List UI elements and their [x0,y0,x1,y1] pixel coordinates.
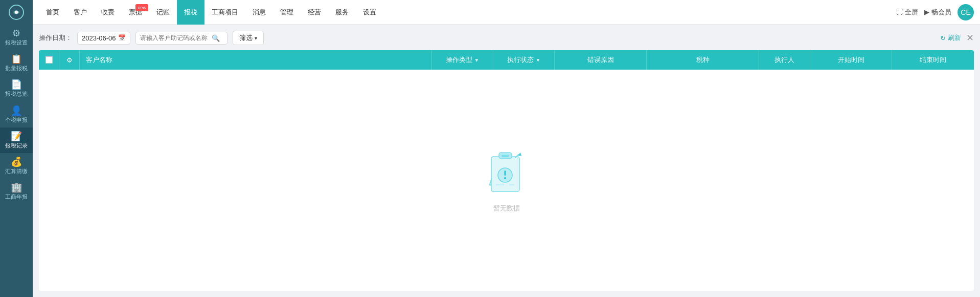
search-input[interactable] [140,34,212,41]
sort-icon-status: ▼ [536,57,541,63]
search-icon: 🔍 [212,34,220,42]
sidebar-item-gongshang-nianbao[interactable]: 🏢 工商年报 [0,179,33,204]
table-body: 暂无数据 [39,70,974,291]
header-checkbox[interactable] [45,56,53,63]
fullscreen-icon: ⛶ [896,8,903,16]
nav-label-fu-wu: 服务 [335,8,349,17]
sidebar-label-baoshui-jilu: 报税记录 [5,142,28,149]
th-checkbox[interactable] [39,50,59,70]
sidebar-icon-baoshui-zonglam: 📄 [11,80,22,89]
th-settings[interactable]: ⚙ [59,50,80,70]
sidebar-icon-baoshui-jilu: 📝 [11,132,22,141]
th-exec-status[interactable]: 执行状态 ▼ [493,50,555,70]
nav-item-gongshang-xiangmu[interactable]: 工商项目 [204,0,245,25]
th-customer-name: 客户名称 [80,50,432,70]
nav-item-piao-ju[interactable]: 票据new [122,0,149,25]
sidebar-items-list: ⚙ 报税设置 📋 批量报税 📄 报税总览 👤 个税申报 📝 报税记录 💰 汇算清… [0,25,33,204]
nav-item-guan-li[interactable]: 管理 [273,0,301,25]
nav-item-bao-shui[interactable]: 报税 [177,0,204,25]
nav-items-list: 首页客户收费票据new记账报税工商项目消息管理经营服务设置 [39,0,383,25]
sort-icon-operation: ▼ [474,57,480,63]
avatar[interactable]: CE [958,4,974,20]
sidebar-item-huisuan-jiaona[interactable]: 💰 汇算清缴 [0,153,33,179]
th-start-time: 开始时间 [810,50,892,70]
nav-badge-piao-ju: new [135,4,148,12]
th-operation-type-label: 操作类型 [446,55,472,65]
empty-text: 暂无数据 [493,204,520,213]
th-tax-type-label: 税种 [696,55,710,65]
nav-item-xiao-xi[interactable]: 消息 [245,0,273,25]
nav-item-she-zhi[interactable]: 设置 [356,0,383,25]
svg-rect-6 [504,171,506,176]
fullscreen-label: 全屏 [905,8,918,17]
sidebar-item-piliang-baoshui[interactable]: 📋 批量报税 [0,50,33,76]
close-icon: ✕ [966,33,974,43]
nav-item-customer[interactable]: 客户 [66,0,94,25]
th-customer-name-label: 客户名称 [86,55,112,65]
sidebar-icon-gongshang-nianbao: 🏢 [11,183,22,192]
empty-state: 暂无数据 [484,147,530,213]
nav-label-jing-ying: 经营 [308,8,321,17]
toolbar-right: ↻ 刷新 ✕ [940,33,974,43]
sidebar-label-baoshui-zonglam: 报税总览 [5,91,28,97]
sidebar-label-piliang-baoshui: 批量报税 [5,65,28,72]
sidebar-label-geshuishenbaoh: 个税申报 [5,117,28,123]
refresh-button[interactable]: ↻ 刷新 [940,33,961,43]
table-header: ⚙ 客户名称 操作类型 ▼ 执行状态 ▼ 错误原因 税种 [39,50,974,70]
svg-point-7 [504,177,506,179]
svg-point-1 [15,11,18,14]
nav-label-shoufei: 收费 [101,8,115,17]
sidebar-logo [0,0,33,25]
th-start-time-label: 开始时间 [838,55,864,65]
toolbar: 操作日期： 2023-06-06 📅 🔍 筛选 ▾ ↻ 刷新 ✕ [39,31,974,45]
sidebar-label-gongshang-nianbao: 工商年报 [5,194,28,200]
topnav-right: ⛶ 全屏 ▶ 畅会员 CE [896,4,974,20]
data-table: ⚙ 客户名称 操作类型 ▼ 执行状态 ▼ 错误原因 税种 [39,50,974,291]
sidebar-label-baoshui-shezhi: 报税设置 [5,39,28,46]
close-button[interactable]: ✕ [966,33,974,43]
calendar-icon: 📅 [118,34,126,41]
member-button[interactable]: ▶ 畅会员 [924,8,951,17]
nav-item-fu-wu[interactable]: 服务 [328,0,356,25]
nav-label-guan-li: 管理 [280,8,293,17]
filter-button[interactable]: 筛选 ▾ [233,31,264,45]
nav-item-shoufei[interactable]: 收费 [94,0,122,25]
sidebar-icon-piliang-baoshui: 📋 [11,54,22,63]
sidebar-item-baoshui-zonglam[interactable]: 📄 报税总览 [0,76,33,101]
nav-item-home[interactable]: 首页 [39,0,66,25]
nav-item-jing-ying[interactable]: 经营 [301,0,328,25]
sidebar-item-baoshui-jilu[interactable]: 📝 报税记录 [0,128,33,153]
th-end-time: 结束时间 [892,50,974,70]
nav-label-she-zhi: 设置 [363,8,376,17]
svg-rect-10 [496,184,504,185]
svg-rect-4 [502,155,509,157]
th-operation-type[interactable]: 操作类型 ▼ [432,50,493,70]
sidebar-item-geshuishenbaoh[interactable]: 👤 个税申报 [0,102,33,128]
nav-label-xiao-xi: 消息 [253,8,266,17]
avatar-text: CE [961,8,970,16]
sidebar-item-baoshui-shezhi[interactable]: ⚙ 报税设置 [0,25,33,50]
th-executor: 执行人 [759,50,810,70]
top-navigation: 首页客户收费票据new记账报税工商项目消息管理经营服务设置 ⛶ 全屏 ▶ 畅会员… [33,0,980,25]
fullscreen-button[interactable]: ⛶ 全屏 [896,8,918,17]
th-exec-status-label: 执行状态 [507,55,534,65]
content-area: 操作日期： 2023-06-06 📅 🔍 筛选 ▾ ↻ 刷新 ✕ [33,25,980,297]
sidebar-icon-baoshui-shezhi: ⚙ [12,29,20,38]
nav-label-customer: 客户 [74,8,87,17]
refresh-icon: ↻ [940,34,946,42]
nav-label-home: 首页 [46,8,59,17]
th-error-reason: 错误原因 [555,50,647,70]
sidebar: ⚙ 报税设置 📋 批量报税 📄 报税总览 👤 个税申报 📝 报税记录 💰 汇算清… [0,0,33,297]
svg-rect-11 [509,184,514,185]
search-box[interactable]: 🔍 [135,32,227,45]
sidebar-icon-huisuan-jiaona: 💰 [11,157,22,166]
date-label: 操作日期： [39,33,72,43]
date-value: 2023-06-06 [82,34,116,42]
nav-item-ji-zhang[interactable]: 记账 [149,0,177,25]
nav-label-gongshang-xiangmu: 工商项目 [212,8,238,17]
th-end-time-label: 结束时间 [920,55,946,65]
th-executor-label: 执行人 [774,55,794,65]
chevron-down-icon: ▾ [255,35,257,41]
video-icon: ▶ [924,8,929,16]
date-picker[interactable]: 2023-06-06 📅 [77,32,130,45]
